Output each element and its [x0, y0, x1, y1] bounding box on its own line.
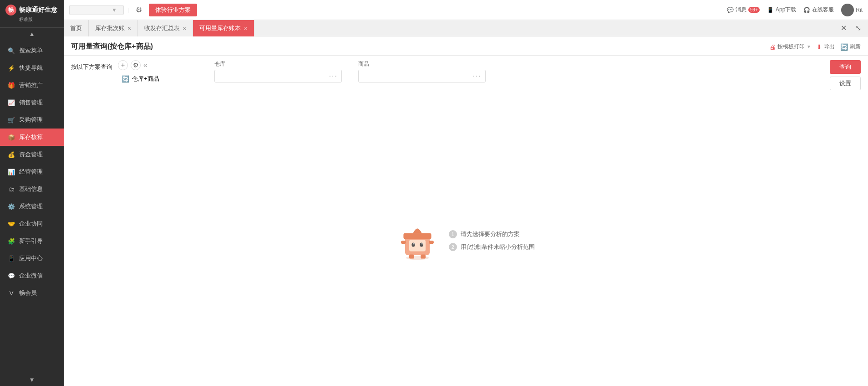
setting-button[interactable]: 设置: [830, 77, 861, 90]
page-header: 可用量查询(按仓库+商品) 🖨 按模板打印 ▼ ⬇ 导出 🔄 刷新: [64, 36, 868, 56]
filter-scheme-header: ＋ ⚙ «: [118, 60, 209, 70]
tab-collect-total[interactable]: 收发存汇总表 ×: [138, 20, 193, 36]
print-label: 按模板打印: [777, 43, 805, 51]
sidebar-item-label: 营销推广: [19, 81, 43, 89]
search-icon: 🔍: [7, 46, 15, 55]
sidebar-item-inventory[interactable]: 📦 库存核算: [0, 129, 64, 146]
product-input[interactable]: ···: [358, 70, 486, 82]
sidebar-scroll-up[interactable]: ▲: [0, 28, 64, 40]
page-title: 可用量查询(按仓库+商品): [71, 42, 153, 51]
sidebar-item-label: 系统管理: [19, 202, 43, 211]
export-icon: ⬇: [817, 43, 822, 51]
scheme-icon: 🔄: [122, 75, 129, 82]
warehouse-input[interactable]: ···: [214, 70, 342, 82]
app-download-button[interactable]: 📱 App下载: [767, 6, 796, 14]
sidebar-item-system[interactable]: ⚙️ 系统管理: [0, 198, 64, 215]
close-icon[interactable]: ×: [244, 25, 247, 31]
filter-label: 按以下方案查询: [71, 60, 112, 71]
tab-available-stock[interactable]: 可用量库存账本 ×: [193, 20, 254, 36]
message-button[interactable]: 💬 消息 99+: [727, 6, 760, 14]
newbie-icon: 🧩: [7, 237, 15, 245]
sidebar-item-purchase[interactable]: 🛒 采购管理: [0, 111, 64, 129]
app-download-label: App下载: [776, 6, 796, 14]
sidebar-item-basic-info[interactable]: 🗂 基础信息: [0, 180, 64, 198]
sidebar-item-shortcut[interactable]: ⚡ 快捷导航: [0, 59, 64, 77]
tip-text-2: 用[过滤]条件来缩小分析范围: [461, 243, 535, 251]
brand: 畅 畅康通好生意: [5, 5, 58, 15]
sidebar-item-label: 新手引导: [19, 237, 43, 245]
gear-icon[interactable]: ⚙: [132, 4, 145, 16]
query-button[interactable]: 查询: [830, 60, 861, 74]
sidebar-item-sales[interactable]: 📈 销售管理: [0, 94, 64, 111]
refresh-button[interactable]: 🔄 刷新: [840, 43, 861, 51]
maximize-tab-button[interactable]: ⤡: [852, 22, 864, 35]
sidebar-item-member[interactable]: V 畅会员: [0, 284, 64, 302]
message-label: 消息: [736, 6, 746, 14]
sidebar-item-wechat[interactable]: 💬 企业微信: [0, 267, 64, 284]
sidebar-item-finance[interactable]: 💰 资金管理: [0, 146, 64, 163]
tab-batch-ledger[interactable]: 库存批次账 ×: [89, 20, 138, 36]
brand-icon: 畅: [5, 5, 16, 15]
product-text-input[interactable]: [362, 73, 471, 79]
filter-fields: 仓库 ··· 商品 ···: [214, 60, 824, 82]
close-icon[interactable]: ×: [183, 25, 186, 31]
tab-home-label: 首页: [70, 24, 82, 32]
close-tab-button[interactable]: ✕: [837, 22, 850, 35]
sidebar-item-operations[interactable]: 📊 经营管理: [0, 163, 64, 180]
sidebar-item-app-center[interactable]: 📱 应用中心: [0, 250, 64, 267]
warehouse-text-input[interactable]: [218, 73, 327, 79]
tab-available-label: 可用量库存账本: [199, 24, 241, 32]
product-field-group: 商品 ···: [358, 60, 495, 82]
filter-actions: 查询 设置: [830, 60, 861, 90]
sidebar-nav: 🔍 搜索菜单 ⚡ 快捷导航 🎁 营销推广 📈 销售管理 🛒 采购管理 📦 库存核…: [0, 40, 64, 374]
basic-icon: 🗂: [7, 185, 15, 193]
product-more-icon[interactable]: ···: [473, 72, 482, 80]
phone-icon: 📱: [767, 7, 774, 13]
empty-tip-1: 1 请先选择要分析的方案: [449, 230, 535, 238]
topbar: ▼ | ⚙ 体验行业方案 💬 消息 99+ 📱 App下载 🎧 在线客服 Rit: [64, 0, 868, 20]
user-name: Rit: [856, 7, 863, 13]
sidebar-scroll-down[interactable]: ▼: [0, 374, 64, 386]
svg-point-4: [411, 243, 415, 247]
sidebar-item-label: 企业协同: [19, 220, 43, 228]
close-icon[interactable]: ×: [127, 25, 131, 31]
sidebar-item-label: 快捷导航: [19, 64, 43, 72]
sidebar-item-newbie[interactable]: 🧩 新手引导: [0, 232, 64, 250]
topbar-divider: |: [127, 7, 129, 13]
sidebar-item-label: 基础信息: [19, 185, 43, 193]
svg-rect-8: [409, 255, 414, 259]
empty-state: 1 请先选择要分析的方案 2 用[过滤]条件来缩小分析范围: [397, 220, 535, 261]
trial-button[interactable]: 体验行业方案: [149, 4, 197, 16]
cart-icon: 🛒: [7, 116, 15, 124]
export-button[interactable]: ⬇ 导出: [817, 43, 835, 51]
message-badge: 99+: [748, 7, 760, 13]
empty-tips: 1 请先选择要分析的方案 2 用[过滤]条件来缩小分析范围: [449, 230, 535, 251]
sidebar-item-marketing[interactable]: 🎁 营销推广: [0, 77, 64, 94]
sidebar-item-cooperation[interactable]: 🤝 企业协同: [0, 215, 64, 232]
tip-number-1: 1: [449, 230, 457, 238]
print-icon: 🖨: [769, 43, 776, 51]
svg-rect-10: [401, 241, 406, 244]
svg-point-6: [413, 243, 415, 245]
sidebar-item-label: 企业微信: [19, 272, 43, 280]
sidebar-item-label: 搜索菜单: [19, 46, 43, 55]
online-service-button[interactable]: 🎧 在线客服: [803, 6, 834, 14]
svg-rect-2: [403, 233, 431, 239]
collapse-button[interactable]: «: [143, 61, 147, 69]
topbar-search-box[interactable]: ▼: [69, 5, 124, 15]
add-scheme-button[interactable]: ＋: [118, 60, 128, 70]
warehouse-more-icon[interactable]: ···: [329, 72, 338, 80]
sidebar-item-label: 应用中心: [19, 254, 43, 262]
user-profile[interactable]: Rit: [841, 4, 863, 16]
manage-scheme-button[interactable]: ⚙: [131, 60, 141, 70]
tab-home[interactable]: 首页: [64, 20, 89, 36]
content-area: 1 请先选择要分析的方案 2 用[过滤]条件来缩小分析范围: [64, 95, 868, 386]
topbar-search-input[interactable]: [73, 7, 110, 13]
filter-scheme-item[interactable]: 🔄 仓库+商品: [118, 73, 209, 85]
sidebar-item-label: 经营管理: [19, 168, 43, 176]
sidebar-item-search[interactable]: 🔍 搜索菜单: [0, 42, 64, 59]
chevron-down-icon: ▼: [807, 44, 811, 49]
headset-icon: 🎧: [803, 7, 810, 13]
sidebar-item-label: 销售管理: [19, 98, 43, 107]
print-button[interactable]: 🖨 按模板打印 ▼: [769, 43, 811, 51]
